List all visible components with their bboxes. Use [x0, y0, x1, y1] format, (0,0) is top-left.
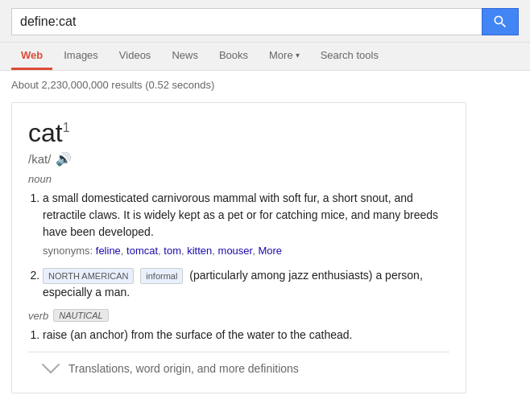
- chevron-down-icon: ▾: [296, 51, 300, 60]
- chevron-svg: [41, 363, 60, 374]
- synonym-more[interactable]: More: [258, 245, 282, 257]
- tag-nautical: NAUTICAL: [53, 309, 108, 322]
- pronunciation: /kat/ 🔊: [28, 151, 449, 167]
- noun-def-1-text: a small domesticated carnivorous mammal …: [43, 191, 438, 238]
- more-definitions-footer[interactable]: Translations, word origin, and more defi…: [28, 352, 449, 381]
- definition-card: cat1 /kat/ 🔊 noun a small domesticated c…: [11, 102, 466, 393]
- verb-def-1: raise (an anchor) from the surface of th…: [43, 327, 449, 344]
- synonym-tomcat[interactable]: tomcat: [126, 245, 158, 257]
- word-text: cat: [28, 118, 63, 147]
- results-info: About 2,230,000,000 results (0.52 second…: [0, 71, 530, 96]
- pronunciation-text: /kat/: [28, 152, 51, 166]
- noun-label: noun: [28, 173, 449, 185]
- tab-search-tools[interactable]: Search tools: [311, 43, 388, 70]
- sound-icon[interactable]: 🔊: [56, 151, 72, 167]
- search-row: [11, 8, 519, 35]
- verb-def-1-text: raise (an anchor) from the surface of th…: [43, 328, 352, 341]
- synonym-mouser[interactable]: mouser: [218, 245, 253, 257]
- results-count: About 2,230,000,000 results (0.52 second…: [11, 79, 214, 91]
- more-definitions-text: Translations, word origin, and more defi…: [68, 362, 299, 375]
- expand-icon: [39, 363, 62, 374]
- tag-north-american: NORTH AMERICAN: [43, 268, 134, 285]
- synonym-tom[interactable]: tom: [164, 245, 181, 257]
- search-button[interactable]: [482, 8, 519, 35]
- synonym-feline[interactable]: feline: [96, 245, 121, 257]
- nav-tabs: Web Images Videos News Books More ▾ Sear…: [0, 43, 530, 71]
- word-title: cat1: [28, 117, 449, 148]
- tab-books[interactable]: Books: [209, 43, 258, 70]
- word-superscript: 1: [63, 121, 70, 134]
- tab-videos[interactable]: Videos: [110, 43, 161, 70]
- tab-news[interactable]: News: [162, 43, 208, 70]
- verb-definition-list: raise (an anchor) from the surface of th…: [28, 327, 449, 344]
- tab-more-label: More: [269, 49, 293, 61]
- noun-def-1: a small domesticated carnivorous mammal …: [43, 190, 449, 259]
- synonyms-label: synonyms:: [43, 245, 93, 257]
- search-input[interactable]: [11, 8, 482, 35]
- tab-images[interactable]: Images: [54, 43, 108, 70]
- verb-label-row: verb NAUTICAL: [28, 309, 449, 322]
- search-icon: [492, 14, 508, 30]
- tag-informal: informal: [140, 268, 183, 285]
- synonym-kitten[interactable]: kitten: [187, 245, 212, 257]
- search-bar-container: [0, 0, 530, 43]
- tab-more[interactable]: More ▾: [259, 43, 309, 70]
- synonyms-row: synonyms: feline, tomcat, tom, kitten, m…: [43, 243, 449, 259]
- noun-def-2: NORTH AMERICAN informal (particularly am…: [43, 267, 449, 302]
- tab-web[interactable]: Web: [11, 43, 52, 70]
- verb-label: verb: [28, 310, 48, 322]
- noun-definition-list: a small domesticated carnivorous mammal …: [28, 190, 449, 301]
